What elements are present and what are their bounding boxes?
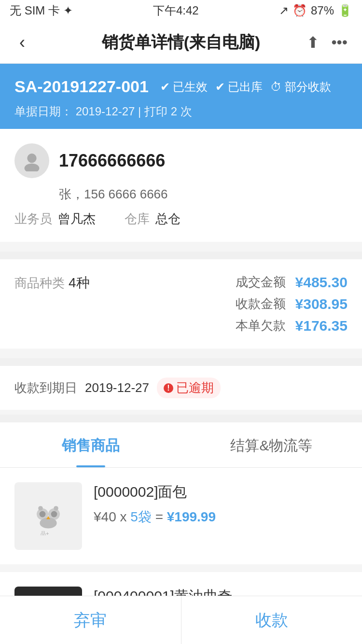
divider-3	[0, 415, 362, 422]
divider-1	[0, 252, 362, 259]
battery-status: 87%	[311, 4, 334, 17]
product-item: 品+ [0000002]面包 ¥40 x 5袋 = ¥199.99	[0, 468, 362, 564]
type-label: 商品种类	[14, 275, 65, 292]
owed-amount-value: ¥176.35	[295, 318, 348, 334]
salesperson-label: 业务员	[14, 210, 52, 227]
check-icon-1: ✔	[160, 80, 170, 94]
salesperson-value: 曾凡杰	[58, 210, 96, 227]
order-date: 2019-12-27	[76, 105, 135, 118]
svg-point-1	[25, 164, 40, 171]
check-icon-2: ✔	[215, 80, 225, 94]
product-name-1: [0000002]面包	[94, 482, 348, 502]
warehouse-label: 仓库	[125, 210, 150, 227]
customer-phone: 17666666666	[59, 151, 165, 171]
svg-point-0	[27, 154, 36, 163]
salesperson-info: 业务员 曾凡杰	[14, 210, 96, 227]
owed-amount-row: 本单欠款 ¥176.35	[236, 317, 348, 334]
warehouse-value: 总仓	[155, 210, 181, 227]
status-time: 下午4:42	[153, 3, 199, 18]
received-amount-value: ¥308.95	[295, 296, 348, 312]
due-date-value: 2019-12-27	[85, 380, 149, 395]
product-type-info: 商品种类 4种	[14, 274, 90, 292]
status-effected: ✔ 已生效	[160, 79, 208, 95]
customer-avatar	[14, 143, 49, 178]
qty-1: 5袋	[130, 509, 152, 524]
tab-settlement[interactable]: 结算&物流等	[181, 422, 362, 467]
header-banner: SA-20191227-001 ✔ 已生效 ✔ 已出库 ⏱ 部分收款 单据日期：…	[0, 64, 362, 129]
status-bar: 无 SIM 卡 ✦ 下午4:42 ↗ ⏰ 87% 🔋	[0, 0, 362, 21]
owed-amount-label: 本单欠款	[236, 317, 286, 334]
received-amount-label: 收款金额	[236, 295, 286, 312]
product-image-1: 品+	[14, 482, 82, 550]
price-1: ¥40	[94, 509, 116, 524]
cancel-review-button[interactable]: 弃审	[0, 596, 181, 644]
divider-2	[0, 358, 362, 366]
customer-contact: 张，156 6666 6666	[14, 186, 348, 203]
amount-info: 成交金额 ¥485.30 收款金额 ¥308.95 本单欠款 ¥176.35	[236, 274, 348, 334]
date-label: 单据日期：	[14, 105, 72, 118]
status-partial-payment: ⏱ 部分收款	[270, 79, 331, 95]
deal-amount-row: 成交金额 ¥485.30	[236, 274, 348, 291]
nav-right-actions: ⬆ •••	[306, 33, 348, 52]
tab-products[interactable]: 销售商品	[0, 422, 181, 467]
svg-point-8	[38, 506, 43, 511]
overdue-icon: !	[164, 383, 173, 393]
svg-point-4	[40, 511, 46, 518]
product-price-1: ¥40 x 5袋 = ¥199.99	[94, 508, 348, 526]
status-tags: ✔ 已生效 ✔ 已出库 ⏱ 部分收款	[160, 79, 331, 95]
svg-point-5	[51, 511, 57, 518]
order-number: SA-20191227-001	[14, 77, 149, 96]
due-section: 收款到期日 2019-12-27 ! 已逾期	[0, 366, 362, 410]
share-button[interactable]: ⬆	[306, 33, 320, 52]
bottom-bar: 弃审 收款	[0, 596, 362, 644]
summary-section: 商品种类 4种 成交金额 ¥485.30 收款金额 ¥308.95 本单欠款 ¥…	[0, 259, 362, 349]
received-amount-row: 收款金额 ¥308.95	[236, 295, 348, 312]
status-right: ↗ ⏰ 87% 🔋	[279, 4, 352, 17]
warehouse-info: 仓库 总仓	[125, 210, 181, 227]
type-value: 4种	[69, 274, 90, 292]
page-title: 销货单详情(来自电脑)	[102, 31, 261, 54]
svg-text:品+: 品+	[41, 531, 49, 535]
collect-button[interactable]: 收款	[181, 596, 362, 644]
alarm-icon: ⏰	[292, 4, 307, 17]
tab-bar: 销售商品 结算&物流等	[0, 422, 362, 468]
equals-1: =	[155, 509, 167, 524]
svg-point-9	[54, 506, 58, 511]
print-info: | 打印 2 次	[138, 105, 192, 118]
deal-amount-label: 成交金额	[236, 274, 286, 291]
due-label: 收款到期日	[14, 379, 77, 396]
clock-icon: ⏱	[270, 80, 282, 94]
product-info-1: [0000002]面包 ¥40 x 5袋 = ¥199.99	[94, 482, 348, 526]
nav-bar: ‹ 销货单详情(来自电脑) ⬆ •••	[0, 21, 362, 64]
sim-status: 无 SIM 卡 ✦	[10, 3, 73, 18]
overdue-badge: ! 已逾期	[157, 378, 221, 398]
order-date-info: 单据日期： 2019-12-27 | 打印 2 次	[14, 104, 348, 119]
status-shipped: ✔ 已出库	[215, 79, 263, 95]
battery-icon: 🔋	[338, 4, 352, 17]
location-icon: ↗	[279, 4, 289, 17]
svg-point-6	[40, 518, 56, 528]
multiply-1: x	[120, 509, 131, 524]
status-left: 无 SIM 卡 ✦	[10, 3, 73, 18]
customer-section: 17666666666 张，156 6666 6666 业务员 曾凡杰 仓库 总…	[0, 129, 362, 242]
back-button[interactable]: ‹	[14, 28, 30, 57]
more-button[interactable]: •••	[331, 33, 348, 51]
total-1: ¥199.99	[167, 509, 216, 524]
deal-amount-value: ¥485.30	[295, 274, 348, 291]
overdue-text: 已逾期	[176, 379, 214, 396]
